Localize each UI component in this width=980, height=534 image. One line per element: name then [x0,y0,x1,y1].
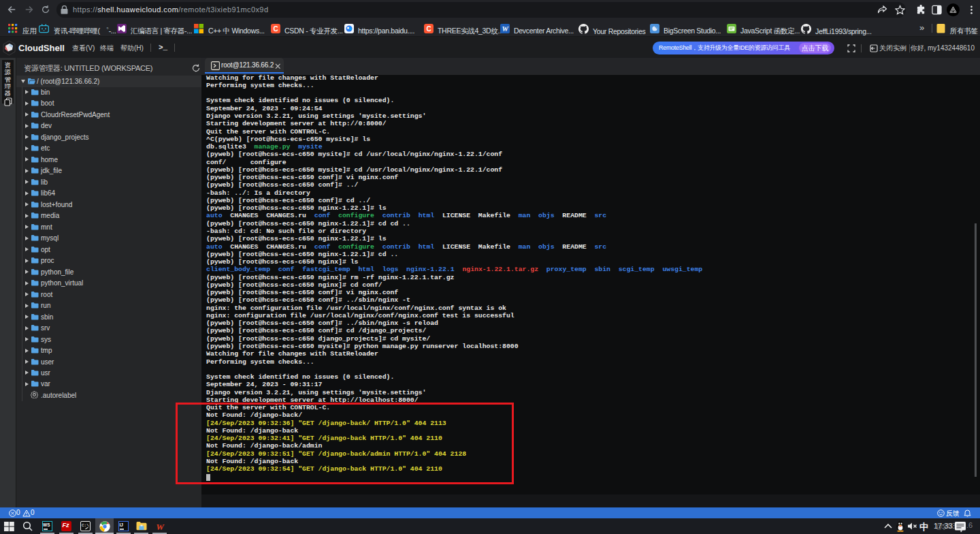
svg-text:W: W [156,522,165,532]
svg-text:C: C [274,25,278,33]
svg-text:W: W [502,25,508,33]
svg-text:C: C [427,25,431,33]
